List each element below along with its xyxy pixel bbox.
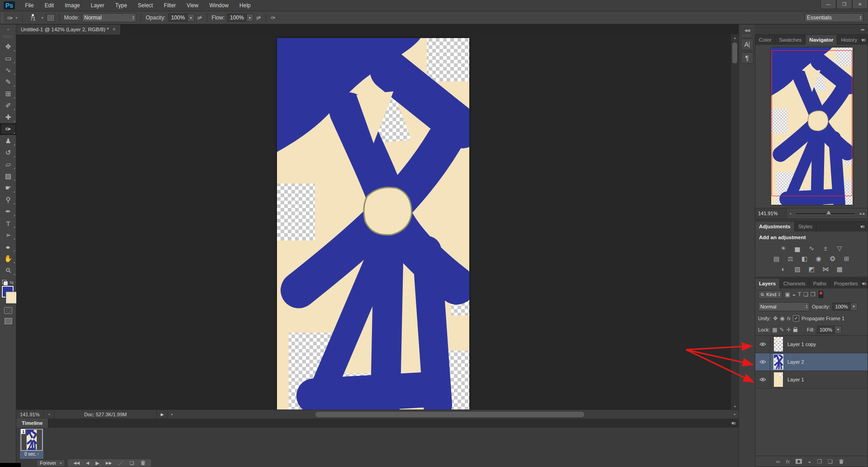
menu-view[interactable]: View	[181, 2, 204, 9]
menu-image[interactable]: Image	[59, 2, 85, 9]
menu-filter[interactable]: Filter	[158, 2, 181, 9]
zoom-tool[interactable]: ⚲	[0, 265, 16, 276]
path-selection-tool[interactable]: ➢	[0, 229, 16, 241]
dock-grip[interactable]	[742, 34, 752, 37]
gradient-tool[interactable]: ▧	[0, 170, 16, 182]
character-panel-icon[interactable]: A	[741, 39, 754, 50]
unify-visibility-icon[interactable]: ◉	[780, 315, 784, 322]
panel-menu-icon[interactable]: ▾≡	[861, 37, 865, 43]
adjustment-layer-filter-icon[interactable]: ◒	[792, 291, 796, 298]
menu-file[interactable]: File	[19, 2, 39, 9]
opacity-combo[interactable]: 100%▼	[168, 14, 195, 22]
tab-properties[interactable]: Properties	[830, 279, 862, 289]
brush-panel-toggle[interactable]	[46, 14, 55, 22]
play-button[interactable]: ▶	[95, 460, 99, 466]
tab-adjustments[interactable]: Adjustments	[755, 221, 795, 231]
airbrush-icon[interactable]: ✑̸	[256, 15, 261, 21]
lock-transparency-icon[interactable]: ▦	[772, 327, 777, 333]
zoom-level-field[interactable]: 141.91%	[16, 410, 43, 419]
layer-thumbnail[interactable]	[774, 337, 783, 351]
blend-mode-select[interactable]: Normal ▴▾	[82, 13, 136, 22]
paragraph-panel-icon[interactable]: ¶	[741, 52, 754, 64]
add-layer-mask-icon[interactable]	[796, 459, 802, 464]
restore-button[interactable]: ❐	[836, 0, 852, 9]
lock-pixels-icon[interactable]: ✎	[780, 327, 784, 333]
vertical-scroll-thumb[interactable]	[732, 43, 737, 63]
tab-layers[interactable]: Layers	[755, 279, 780, 289]
previous-frame-button[interactable]: ◀	[86, 461, 89, 465]
minimize-button[interactable]: —	[820, 0, 836, 9]
horizontal-scrollbar[interactable]	[175, 410, 731, 419]
new-adjustment-layer-icon[interactable]: ◒	[808, 458, 811, 465]
menu-window[interactable]: Window	[204, 2, 234, 9]
dodge-tool[interactable]: ⚲	[0, 194, 16, 206]
dock-collapse-icon[interactable]: ◀◀	[739, 28, 755, 33]
brush-picker-caret-icon[interactable]: ▾	[42, 16, 43, 20]
color-balance-icon[interactable]: ⚖	[786, 255, 795, 263]
selective-color-icon[interactable]: ▩	[835, 265, 844, 273]
scrubby-zoom-icon[interactable]: ◔	[43, 410, 54, 419]
navigator-view-box[interactable]	[772, 50, 852, 196]
move-tool[interactable]: ✥	[0, 41, 16, 53]
pixel-layer-filter-icon[interactable]: ▣	[785, 291, 790, 298]
unify-position-icon[interactable]: ✥	[773, 315, 777, 322]
tab-navigator[interactable]: Navigator	[806, 35, 837, 45]
layer-visibility-eye-icon[interactable]	[759, 342, 766, 347]
quick-mask-button[interactable]	[4, 307, 12, 314]
layer-row-layer-1-copy[interactable]: Layer 1 copy	[755, 336, 868, 353]
threshold-icon[interactable]: ◩	[807, 265, 816, 273]
layer-style-fx-icon[interactable]: fx	[786, 459, 790, 464]
zoom-out-icon[interactable]: ▲	[789, 212, 792, 215]
tab-channels[interactable]: Channels	[780, 279, 810, 289]
shape-layer-filter-icon[interactable]: ❏	[803, 291, 808, 298]
layer-filter-kind-select[interactable]: ⚲ Kind ▴▾	[758, 290, 782, 299]
navigator-zoom-field[interactable]: 141.91%	[755, 208, 787, 218]
pressure-opacity-icon[interactable]: ✑̸	[197, 15, 202, 21]
close-button[interactable]: ✕	[852, 0, 868, 9]
canvas-area[interactable]	[16, 34, 730, 409]
spot-healing-brush-tool[interactable]: ✚	[0, 111, 16, 123]
document-tab-close-icon[interactable]: ×	[112, 26, 115, 33]
layer-row-layer-1[interactable]: Layer 1	[755, 371, 868, 389]
default-colors-icon[interactable]	[2, 280, 7, 285]
layer-name[interactable]: Layer 2	[787, 359, 804, 365]
dropdown-caret-icon[interactable]: ▼	[246, 14, 253, 22]
dock-expand-icon[interactable]: ▸▸	[861, 27, 864, 32]
hue-saturation-icon[interactable]: ▤	[772, 255, 781, 263]
scroll-down-icon[interactable]: ▼	[731, 403, 739, 409]
layer-name[interactable]: Layer 1 copy	[787, 342, 816, 347]
horizontal-scroll-thumb[interactable]	[315, 412, 584, 417]
posterize-icon[interactable]: ▨	[793, 265, 802, 273]
lasso-tool[interactable]: ∿	[0, 64, 16, 76]
panel-menu-icon[interactable]: ▾≡	[860, 224, 864, 230]
smart-object-filter-icon[interactable]: ❐	[811, 291, 816, 298]
pen-tool[interactable]: ✒	[0, 206, 16, 217]
toolbar-grip[interactable]	[3, 35, 13, 38]
brightness-contrast-icon[interactable]: ☀	[779, 244, 788, 252]
layer-thumbnail[interactable]	[774, 355, 783, 369]
swap-colors-icon[interactable]: ⇆	[10, 280, 14, 285]
layer-name[interactable]: Layer 1	[787, 377, 804, 382]
propagate-frame-checkbox[interactable]: ✓	[793, 315, 799, 322]
slider-thumb[interactable]	[826, 211, 831, 214]
navigator-preview[interactable]	[755, 45, 868, 208]
eyedropper-tool[interactable]: ✐	[0, 100, 16, 111]
tab-paths[interactable]: Paths	[810, 279, 830, 289]
document-tab[interactable]: Untitled-1 @ 142% (Layer 2, RGB/8) * ×	[16, 24, 121, 34]
scroll-right-icon[interactable]: ▸	[731, 412, 739, 416]
clone-stamp-tool[interactable]: ♟	[0, 135, 16, 147]
layer-blend-mode-select[interactable]: Normal ▴▾	[758, 302, 810, 311]
workspace-switcher[interactable]: Essentials ▴▾	[805, 13, 863, 22]
menu-select[interactable]: Select	[133, 2, 158, 9]
type-layer-filter-icon[interactable]: T	[798, 291, 801, 298]
tab-timeline[interactable]: Timeline	[16, 419, 48, 428]
invert-icon[interactable]: ◐	[779, 265, 788, 273]
gradient-map-icon[interactable]: ⋈	[821, 265, 830, 273]
canvas-artwork[interactable]	[277, 38, 469, 409]
quick-selection-tool[interactable]: ✎	[0, 76, 16, 88]
lock-all-icon[interactable]	[793, 329, 797, 332]
menu-layer[interactable]: Layer	[86, 2, 110, 9]
curves-icon[interactable]: ∿	[807, 244, 816, 252]
layer-visibility-eye-icon[interactable]	[759, 360, 766, 364]
vibrance-icon[interactable]: ▽	[835, 244, 844, 252]
